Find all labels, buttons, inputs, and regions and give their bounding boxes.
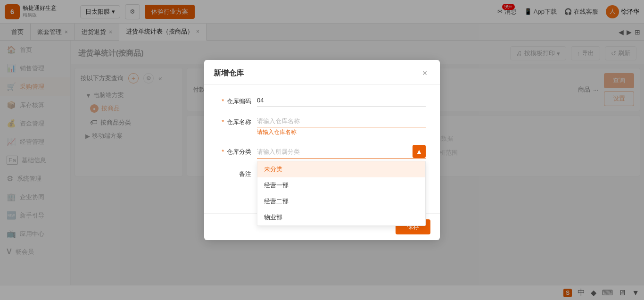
- dialog-title: 新增仓库: [214, 68, 244, 78]
- warehouse-code-row: * 仓库编码: [218, 94, 426, 107]
- warehouse-name-input[interactable]: [257, 115, 426, 127]
- note-label: 备注: [218, 167, 251, 178]
- warehouse-category-row: * 仓库分类 ▲ 未分类 经营一部 经营二部 物业部: [218, 145, 426, 158]
- warehouse-name-row: * 仓库名称 请输入仓库名称: [218, 115, 426, 136]
- warehouse-code-label: * 仓库编码: [218, 94, 251, 106]
- warehouse-category-label: * 仓库分类: [218, 145, 251, 156]
- dropdown-item-property[interactable]: 物业部: [257, 209, 425, 225]
- warehouse-category-input[interactable]: [257, 146, 413, 158]
- warehouse-category-dropdown: ▲ 未分类 经营一部 经营二部 物业部: [257, 145, 426, 158]
- dialog-header: 新增仓库 ×: [204, 60, 440, 85]
- warehouse-code-input[interactable]: [257, 94, 426, 107]
- modal-overlay: 新增仓库 × * 仓库编码 * 仓库名称 请输入仓库名称: [0, 0, 644, 300]
- dropdown-toggle-button[interactable]: ▲: [413, 145, 426, 158]
- close-icon[interactable]: ×: [419, 67, 430, 79]
- warehouse-name-label: * 仓库名称: [218, 115, 251, 126]
- dropdown-item-none[interactable]: 未分类: [257, 161, 425, 177]
- warehouse-name-error: 请输入仓库名称: [257, 128, 426, 136]
- dropdown-list: 未分类 经营一部 经营二部 物业部: [257, 161, 426, 226]
- dialog-body: * 仓库编码 * 仓库名称 请输入仓库名称 *: [204, 85, 440, 213]
- dropdown-item-dept2[interactable]: 经营二部: [257, 193, 425, 209]
- dropdown-item-dept1[interactable]: 经营一部: [257, 177, 425, 193]
- new-warehouse-dialog: 新增仓库 × * 仓库编码 * 仓库名称 请输入仓库名称: [204, 60, 440, 240]
